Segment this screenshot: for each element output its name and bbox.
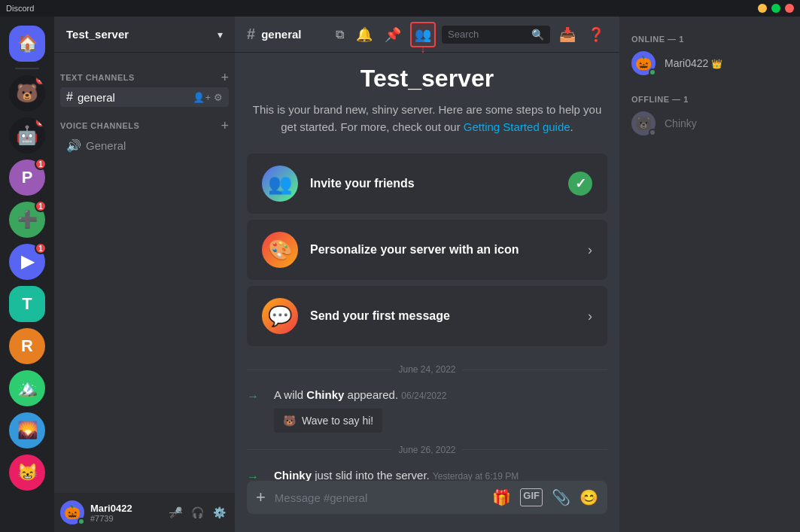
- date-june24: June 24, 2022: [398, 364, 455, 375]
- hash-threads-icon[interactable]: ⧉: [333, 25, 347, 44]
- add-member-icon[interactable]: 👤+: [193, 92, 211, 103]
- maximize-button[interactable]: [771, 4, 780, 13]
- username: Mari0422: [90, 503, 160, 514]
- gs-card-message[interactable]: 💬 Send your first message ›: [247, 286, 607, 346]
- getting-started-link[interactable]: Getting Started guide: [464, 120, 570, 133]
- app-title: Discord: [6, 4, 34, 13]
- server-icon-home[interactable]: 🏠: [9, 26, 45, 62]
- gs-personalize-icon: 🎨: [262, 232, 298, 268]
- user-controls: 🎤 🎧 ⚙️: [166, 503, 229, 521]
- server-icon-s2[interactable]: 🤖 3: [9, 117, 45, 154]
- message-input-area: + 🎁 GIF 📎 😊: [235, 481, 619, 532]
- mic-toggle-button[interactable]: 🎤: [166, 503, 185, 521]
- join-arrow-icon: →: [247, 390, 265, 403]
- channel-general-name: general: [78, 91, 189, 104]
- voice-channel-name: General: [86, 139, 223, 152]
- member-name-chinky: Chinky: [665, 117, 697, 129]
- welcome-desc: This is your brand new, shiny server. He…: [247, 102, 607, 135]
- server-icon-r[interactable]: R: [9, 328, 45, 364]
- user-tag: #7739: [90, 514, 160, 523]
- offline-members-header: OFFLINE — 1: [625, 89, 794, 107]
- close-button[interactable]: [785, 4, 794, 13]
- speaker-icon: 🔊: [66, 138, 81, 153]
- gs-invite-check: ✓: [568, 172, 592, 196]
- top-bar: # general ⧉ 🔔 📌 👥 ↓ 🔍 📥 ❓: [235, 17, 619, 53]
- user-bar: 🎃 Mari0422 #7739 🎤 🎧 ⚙️: [54, 493, 235, 532]
- gs-invite-icon: 👥: [262, 166, 298, 202]
- search-icon: 🔍: [531, 29, 544, 41]
- title-bar: Discord: [0, 0, 800, 17]
- messages-area[interactable]: Test_server This is your brand new, shin…: [235, 53, 619, 481]
- gs-card-invite[interactable]: 👥 Invite your friends ✓: [247, 154, 607, 214]
- text-channels-category: TEXT CHANNELS +: [54, 59, 235, 87]
- search-bar[interactable]: 🔍: [442, 26, 550, 44]
- server-icon-s3[interactable]: P 1: [9, 160, 45, 196]
- channel-item-general[interactable]: # general 👤+ ⚙: [60, 87, 229, 107]
- help-icon[interactable]: ❓: [585, 23, 607, 46]
- server-icon-landscape[interactable]: 🏔️: [9, 370, 45, 406]
- text-channels-label: TEXT CHANNELS: [60, 73, 135, 82]
- gif-icon[interactable]: GIF: [520, 488, 543, 506]
- minimize-button[interactable]: [758, 4, 767, 13]
- server-icon-s4[interactable]: ➕ 1: [9, 202, 45, 238]
- gs-personalize-text: Personalize your server with an icon: [310, 243, 576, 257]
- server-divider: [15, 68, 39, 69]
- gs-card-personalize[interactable]: 🎨 Personalize your server with an icon ›: [247, 220, 607, 280]
- server-badge-s5: 1: [35, 242, 47, 254]
- wave-label-1: Wave to say hi!: [302, 415, 373, 427]
- bell-icon[interactable]: 🔔: [353, 23, 376, 46]
- hash-icon: #: [66, 90, 73, 104]
- top-bar-icons: ⧉ 🔔 📌 👥 ↓ 🔍 📥 ❓: [333, 22, 607, 47]
- user-settings-button[interactable]: ⚙️: [210, 503, 229, 521]
- window-controls[interactable]: [758, 4, 794, 13]
- members-icon-wrapper: 👥 ↓: [410, 22, 436, 47]
- emoji-icon[interactable]: 😊: [579, 488, 598, 506]
- server-icon-s5[interactable]: ▶ 1: [9, 244, 45, 280]
- welcome-title: Test_server: [247, 65, 607, 93]
- join-arrow-icon-2: →: [247, 470, 265, 482]
- sticker-icon[interactable]: 📎: [552, 488, 570, 506]
- date-june26: June 26, 2022: [398, 445, 455, 455]
- members-sidebar: ONLINE — 1 🎃 Mari0422 👑 OFFLINE — 1 🐻 Ch…: [619, 17, 800, 532]
- server-icon-emoji[interactable]: 😸: [9, 454, 45, 491]
- crown-icon: 👑: [711, 59, 722, 69]
- message-input-icons: 🎁 GIF 📎 😊: [492, 488, 598, 506]
- pin-icon[interactable]: 📌: [382, 23, 404, 46]
- gs-message-icon: 💬: [262, 298, 298, 334]
- voice-channels-category: VOICE CHANNELS +: [54, 107, 235, 135]
- wave-button-1[interactable]: 🐻 Wave to say hi!: [274, 409, 382, 433]
- user-status-dot: [78, 518, 85, 525]
- user-info: Mari0422 #7739: [90, 503, 160, 523]
- server-badge-s2: 3: [35, 117, 45, 128]
- msg-username-1: Chinky: [306, 388, 344, 401]
- channel-sidebar: Test_server ▾ TEXT CHANNELS + # general …: [54, 17, 235, 532]
- server-icon-sunset[interactable]: 🌄: [9, 412, 45, 448]
- getting-started: 👥 Invite your friends ✓ 🎨 Personalize yo…: [247, 154, 607, 346]
- inbox-icon[interactable]: 📥: [556, 23, 579, 46]
- msg-time-2: Yesterday at 6:19 PM: [433, 471, 519, 482]
- msg-prefix-1: A wild: [274, 388, 306, 401]
- gift-icon[interactable]: 🎁: [492, 488, 511, 506]
- message-input[interactable]: [275, 491, 483, 504]
- gs-personalize-arrow: ›: [588, 242, 592, 258]
- member-avatar-chinky: 🐻: [631, 111, 656, 135]
- channel-settings-icon[interactable]: ⚙: [214, 92, 223, 103]
- channel-item-voice-general[interactable]: 🔊 General: [60, 135, 229, 156]
- server-header[interactable]: Test_server ▾: [54, 17, 235, 53]
- member-status-online: [649, 68, 656, 76]
- member-avatar-mari0422: 🎃: [631, 51, 656, 75]
- add-attachment-button[interactable]: +: [256, 489, 266, 506]
- server-icon-test[interactable]: T: [9, 286, 45, 322]
- add-voice-channel-button[interactable]: +: [221, 119, 229, 132]
- server-badge-s4: 1: [35, 200, 47, 212]
- voice-channels-label: VOICE CHANNELS: [60, 121, 139, 130]
- member-item-chinky[interactable]: 🐻 Chinky: [625, 107, 794, 140]
- member-item-mari0422[interactable]: 🎃 Mari0422 👑: [625, 47, 794, 80]
- msg-text-2: Chinky just slid into the server. Yester…: [274, 467, 607, 482]
- server-icon-s1[interactable]: 🐻 4: [9, 75, 45, 111]
- wave-emoji-1: 🐻: [283, 415, 296, 427]
- date-divider-june26: June 26, 2022: [247, 445, 607, 455]
- add-text-channel-button[interactable]: +: [221, 71, 229, 84]
- headphones-button[interactable]: 🎧: [188, 503, 207, 521]
- search-input[interactable]: [448, 29, 527, 40]
